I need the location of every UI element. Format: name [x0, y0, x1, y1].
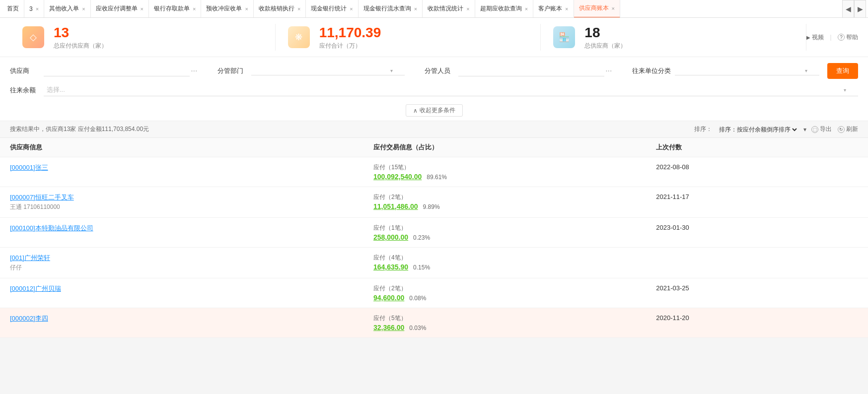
department-select[interactable]: ▾ [251, 66, 405, 75]
table-row: [001]广州荣轩 仔仔 应付（4笔） 164,635.90 0.15% [0, 248, 868, 278]
nav-tab-receipt-verify[interactable]: 收款核销执行 × [254, 0, 306, 18]
diamond-icon: ◇ [20, 24, 47, 51]
tx-amount[interactable]: 94,600.00 [373, 294, 404, 302]
filter-balance: 往来余额 选择... ▾ [10, 84, 858, 96]
person-input[interactable] [458, 66, 604, 76]
sort-area: 排序： 排序：按应付余额倒序排序 ▾ ⬚ 导出 ↻ 刷新 [694, 125, 858, 133]
summary-item-total-suppliers: 🏪 18 总供应商（家） [541, 24, 806, 51]
close-icon[interactable]: × [297, 6, 300, 12]
tx-pct: 89.61% [427, 174, 447, 181]
chevron-down-icon: ▾ [803, 126, 806, 133]
nav-tab-3[interactable]: 3 × [24, 0, 44, 18]
summary-bar: ◇ 13 总应付供应商（家） ❋ 11,170.39 应付合计（万） 🏪 18 … [0, 18, 868, 57]
nav-tab-cash-flow-query[interactable]: 现金银行流水查询 × [359, 0, 423, 18]
supplier-link[interactable]: [000002]李四 [10, 314, 373, 323]
nav-tab-supplier-ledger[interactable]: 供应商账本 × [574, 0, 620, 18]
sort-label: 排序： [694, 125, 712, 133]
help-icon: ? [838, 34, 845, 41]
nav-arrow-right[interactable]: ▶ [854, 0, 866, 18]
chevron-down-icon: ▾ [805, 68, 807, 73]
separator: ｜ [828, 33, 834, 42]
nav-tab-ar-ap-adjust[interactable]: 应收应付调整单 × [91, 0, 149, 18]
tx-row: 258,000.00 0.23% [373, 232, 656, 241]
video-icon: ▶ [806, 35, 810, 40]
table-row: [000100]本特勤油品有限公司 应付（1笔） 258,000.00 0.23… [0, 218, 868, 248]
close-icon[interactable]: × [82, 6, 85, 12]
help-link[interactable]: ? 帮助 [838, 33, 858, 42]
tx-pct: 0.23% [413, 234, 430, 241]
payable-total-label: 应付合计（万） [319, 42, 381, 50]
table-row: [000001]张三 应付（15笔） 100,092,540.00 89.61%… [0, 157, 868, 187]
supplier-link[interactable]: [000007]恒旺二手叉车 [10, 193, 373, 202]
tx-info: 应付（15笔） 100,092,540.00 89.61% [373, 163, 656, 181]
close-icon[interactable]: × [350, 6, 353, 12]
close-icon[interactable]: × [612, 5, 615, 11]
nav-tab-other-income[interactable]: 其他收入单 × [44, 0, 90, 18]
supplier-dots-icon[interactable]: ··· [191, 66, 197, 75]
video-link[interactable]: ▶ 视频 [806, 33, 824, 42]
tx-amount[interactable]: 258,000.00 [373, 233, 408, 241]
nav-tab-bank-deposit[interactable]: 银行存取款单 × [149, 0, 201, 18]
tx-row: 32,366.00 0.03% [373, 323, 656, 331]
summary-item-payable-suppliers: ◇ 13 总应付供应商（家） [10, 24, 276, 51]
close-icon[interactable]: × [36, 6, 39, 12]
person-label: 分管人员 [425, 66, 454, 75]
tx-row: 94,600.00 0.08% [373, 293, 656, 302]
filter-row-2: 往来余额 选择... ▾ [10, 84, 858, 96]
nav-tab-cash-bank-stat[interactable]: 现金银行统计 × [306, 0, 358, 18]
results-summary: 搜索结果中，供应商13家 应付金额111,703,854.00元 [10, 125, 149, 133]
sort-select[interactable]: 排序：按应付余额倒序排序 [717, 126, 798, 133]
tx-pct: 0.08% [409, 295, 426, 302]
close-icon[interactable]: × [193, 6, 196, 12]
col-header-last-payment: 上次付数 [656, 143, 858, 152]
tx-amount[interactable]: 32,366.00 [373, 324, 404, 331]
last-payment: 2023-01-30 [656, 224, 858, 231]
category-select[interactable]: ▾ [675, 66, 820, 75]
supplier-link[interactable]: [000100]本特勤油品有限公司 [10, 224, 373, 233]
tx-amount[interactable]: 100,092,540.00 [373, 173, 422, 181]
tx-info: 应付（5笔） 32,366.00 0.03% [373, 314, 656, 331]
supplier-link[interactable]: [000012]广州贝瑞 [10, 284, 373, 293]
close-icon[interactable]: × [466, 6, 469, 12]
supplier-input[interactable] [44, 66, 190, 76]
balance-select[interactable]: 选择... ▾ [44, 84, 858, 96]
refresh-icon: ↻ [838, 126, 845, 133]
table-header: 供应商信息 应付交易信息（占比） 上次付数 [0, 138, 868, 157]
person-dots-icon[interactable]: ··· [605, 66, 612, 75]
tx-amount[interactable]: 164,635.90 [373, 263, 408, 271]
results-bar: 搜索结果中，供应商13家 应付金额111,703,854.00元 排序： 排序：… [0, 121, 868, 138]
nav-tab-advance-offset[interactable]: 预收冲应收单 × [201, 0, 253, 18]
tx-label: 应付（2笔） [373, 284, 656, 293]
tx-row: 11,051,486.00 9.89% [373, 201, 656, 210]
close-icon[interactable]: × [525, 6, 528, 12]
close-icon[interactable]: × [565, 6, 568, 12]
tx-info: 应付（1笔） 258,000.00 0.23% [373, 224, 656, 241]
nav-tab-home[interactable]: 首页 [2, 0, 24, 18]
table-row: [000002]李四 应付（5笔） 32,366.00 0.03% 2020-1… [0, 308, 868, 338]
tx-pct: 0.03% [409, 325, 426, 331]
nav-tab-receipt-stat[interactable]: 收款情况统计 × [423, 0, 475, 18]
top-navigation: 首页 3 × 其他收入单 × 应收应付调整单 × 银行存取款单 × 预收冲应收单… [0, 0, 868, 18]
refresh-button[interactable]: ↻ 刷新 [838, 125, 858, 133]
supplier-link[interactable]: [001]广州荣轩 [10, 254, 373, 263]
export-button[interactable]: ⬚ 导出 [811, 125, 832, 133]
supplier-info: [001]广州荣轩 仔仔 [10, 254, 373, 272]
chevron-down-icon: ▾ [844, 87, 846, 93]
supplier-sub: 王通 17106110000 [10, 203, 373, 211]
close-icon[interactable]: × [141, 6, 144, 12]
filter-supplier: 供应商 ··· [10, 66, 198, 76]
tx-amount[interactable]: 11,051,486.00 [373, 202, 418, 210]
tx-info: 应付（4笔） 164,635.90 0.15% [373, 254, 656, 271]
supplier-link[interactable]: [000001]张三 [10, 163, 373, 172]
tx-label: 应付（15笔） [373, 163, 656, 172]
supplier-info: [000100]本特勤油品有限公司 [10, 224, 373, 233]
close-icon[interactable]: × [414, 6, 417, 12]
query-button[interactable]: 查询 [827, 63, 858, 79]
nav-tab-customer-ledger[interactable]: 客户账本 × [533, 0, 574, 18]
col-header-supplier: 供应商信息 [10, 143, 373, 152]
collapse-button[interactable]: ∧ 收起更多条件 [406, 104, 463, 117]
close-icon[interactable]: × [245, 6, 248, 12]
chevron-up-icon: ∧ [413, 107, 418, 114]
nav-tab-overdue-ar[interactable]: 超期应收款查询 × [475, 0, 533, 18]
nav-arrow-left[interactable]: ◀ [842, 0, 854, 18]
